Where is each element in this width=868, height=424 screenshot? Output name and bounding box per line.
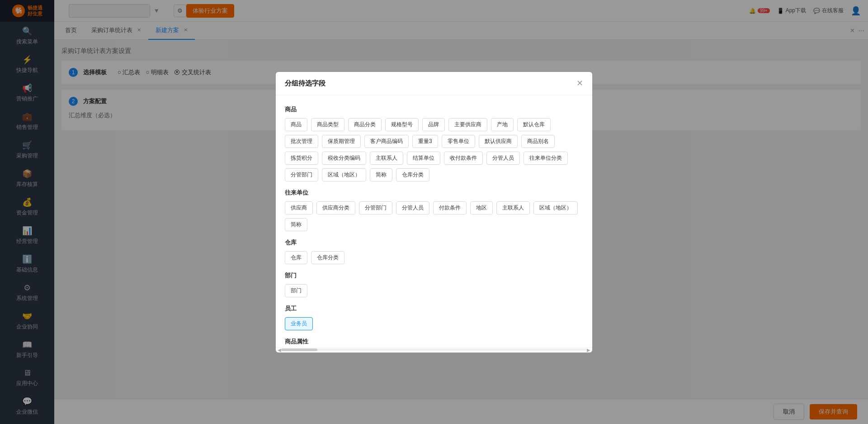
section-title-5: 商品属性 xyxy=(285,338,583,346)
modal-header: 分组待选字段 ✕ xyxy=(276,72,592,95)
field-tag-0-4[interactable]: 品牌 xyxy=(422,118,445,131)
field-tag-1-4[interactable]: 付款条件 xyxy=(433,201,467,214)
field-tag-0-16[interactable]: 税收分类编码 xyxy=(322,152,366,165)
field-grid-0: 商品商品类型商品分类规格型号品牌主要供应商产地默认仓库批次管理保质期管理客户商品… xyxy=(285,118,583,181)
hscroll-track xyxy=(281,348,587,351)
field-tag-3-0[interactable]: 部门 xyxy=(285,284,307,297)
hscroll-left-btn[interactable]: ◀ xyxy=(278,348,281,353)
field-tag-0-23[interactable]: 区域（地区） xyxy=(322,168,366,181)
hscroll-right-btn[interactable]: ▶ xyxy=(587,348,590,353)
field-tag-4-0[interactable]: 业务员 xyxy=(285,317,313,330)
field-tag-0-13[interactable]: 默认供应商 xyxy=(479,135,518,148)
modal-horizontal-scrollbar[interactable]: ◀ ▶ xyxy=(276,347,592,353)
field-tag-0-8[interactable]: 批次管理 xyxy=(285,135,318,148)
field-tag-0-6[interactable]: 产地 xyxy=(491,118,514,131)
field-tag-0-22[interactable]: 分管部门 xyxy=(285,168,318,181)
section-title-2: 仓库 xyxy=(285,238,583,247)
field-tag-0-10[interactable]: 客户商品编码 xyxy=(364,135,409,148)
field-tag-0-2[interactable]: 商品分类 xyxy=(348,118,382,131)
section-title-0: 商品 xyxy=(285,105,583,114)
field-tag-0-20[interactable]: 分管人员 xyxy=(486,152,520,165)
field-tag-0-11[interactable]: 重量3 xyxy=(412,135,438,148)
field-tag-0-3[interactable]: 规格型号 xyxy=(385,118,419,131)
modal-body: 商品商品商品类型商品分类规格型号品牌主要供应商产地默认仓库批次管理保质期管理客户… xyxy=(276,95,592,347)
field-grid-4: 业务员 xyxy=(285,317,583,330)
hscroll-thumb[interactable] xyxy=(281,348,317,351)
field-tag-0-0[interactable]: 商品 xyxy=(285,118,307,131)
modal-dialog: 分组待选字段 ✕ 商品商品商品类型商品分类规格型号品牌主要供应商产地默认仓库批次… xyxy=(276,72,592,353)
field-tag-1-7[interactable]: 区域（地区） xyxy=(533,201,578,214)
field-tag-1-3[interactable]: 分管人员 xyxy=(396,201,429,214)
field-tag-0-5[interactable]: 主要供应商 xyxy=(448,118,487,131)
section-title-3: 部门 xyxy=(285,272,583,280)
field-tag-0-14[interactable]: 商品别名 xyxy=(521,135,555,148)
field-tag-0-25[interactable]: 仓库分类 xyxy=(396,168,429,181)
field-tag-0-12[interactable]: 零售单位 xyxy=(442,135,475,148)
field-tag-1-5[interactable]: 地区 xyxy=(470,201,493,214)
field-tag-0-9[interactable]: 保质期管理 xyxy=(322,135,361,148)
field-grid-2: 仓库仓库分类 xyxy=(285,251,583,264)
modal-close-button[interactable]: ✕ xyxy=(576,79,583,87)
field-tag-1-1[interactable]: 供应商分类 xyxy=(316,201,355,214)
field-tag-0-24[interactable]: 简称 xyxy=(370,168,392,181)
field-tag-0-18[interactable]: 结算单位 xyxy=(407,152,440,165)
field-tag-0-17[interactable]: 主联系人 xyxy=(370,152,403,165)
modal-title: 分组待选字段 xyxy=(285,79,326,88)
field-tag-1-8[interactable]: 简称 xyxy=(285,218,307,231)
field-tag-0-15[interactable]: 拣货积分 xyxy=(285,152,318,165)
modal-overlay: 分组待选字段 ✕ 商品商品商品类型商品分类规格型号品牌主要供应商产地默认仓库批次… xyxy=(0,0,868,424)
field-grid-1: 供应商供应商分类分管部门分管人员付款条件地区主联系人区域（地区）简称 xyxy=(285,201,583,231)
field-tag-2-0[interactable]: 仓库 xyxy=(285,251,307,264)
field-tag-0-21[interactable]: 往来单位分类 xyxy=(524,152,568,165)
field-tag-1-6[interactable]: 主联系人 xyxy=(496,201,530,214)
section-title-1: 往来单位 xyxy=(285,189,583,197)
field-tag-1-0[interactable]: 供应商 xyxy=(285,201,313,214)
field-tag-0-7[interactable]: 默认仓库 xyxy=(517,118,551,131)
section-title-4: 员工 xyxy=(285,305,583,313)
field-tag-2-1[interactable]: 仓库分类 xyxy=(311,251,344,264)
field-grid-3: 部门 xyxy=(285,284,583,297)
field-tag-0-19[interactable]: 收付款条件 xyxy=(444,152,483,165)
field-tag-0-1[interactable]: 商品类型 xyxy=(311,118,344,131)
field-tag-1-2[interactable]: 分管部门 xyxy=(359,201,392,214)
